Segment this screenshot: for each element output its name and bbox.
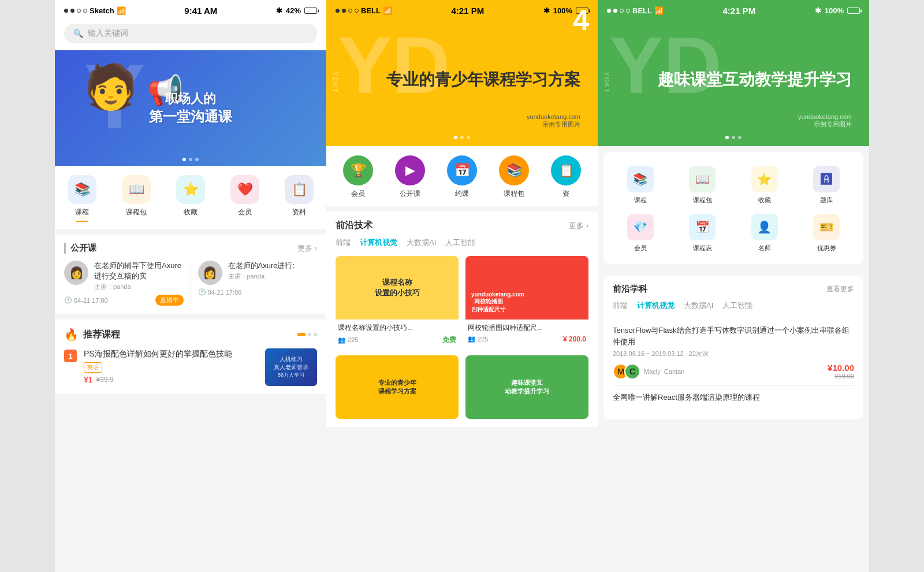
cg2-card-2[interactable]: yunduoketang.com 4 网校轮播图四种适配尺寸 网校轮播图四种适配… [465,256,588,348]
public-course-section: 公开课 更多 › 👩 在老师的辅导下使用Axure进行交互稿的实 主讲：pand… [55,235,326,314]
icon-label-data: 资料 [292,207,306,217]
status-left-1: Sketch 📶 [64,6,126,15]
icon3-member[interactable]: 💎 会员 [609,214,672,252]
icon-item-data[interactable]: 📋 资料 [272,175,326,222]
icon3-pkg[interactable]: 📖 课程包 [672,166,734,205]
tag2-frontend[interactable]: 前端 [336,237,351,248]
section-header-public: 公开课 更多 › [64,243,317,254]
icon3-teacher[interactable]: 👤 名师 [733,214,796,252]
tag3-bigdata[interactable]: 大数据AI [684,300,713,311]
course-grid-2: 课程名称设置的小技巧 课程名称设置的小技巧... 👥 225 免费 yunduo… [336,256,588,419]
course-card-1[interactable]: 👩 在老师的辅导下使用Axure进行交互稿的实 主讲：panda 🕐 04-21… [64,261,184,306]
avatars-1: M C Macly Cantan [613,363,684,380]
icon-item-collect[interactable]: ⭐ 收藏 [163,175,218,222]
status-bar-3: BELL 📶 4:21 PM ✱ 100% [598,0,869,19]
tag3-frontend[interactable]: 前端 [613,300,628,311]
banner2-dots [454,136,470,139]
time-1: 9:41 AM [184,6,217,16]
course3-item-2[interactable]: 全网唯一讲解React服务器端渲染原理的课程 [613,386,854,411]
course-card-2[interactable]: 👩 在老师的Axure进行: 主讲：panda 🕐 04-21 17:00 [198,261,318,306]
course-info-1: 在老师的辅导下使用Axure进行交互稿的实 主讲：panda [94,261,184,291]
icon2-public[interactable]: ▶ 公开课 [384,155,436,199]
front-tech-section: 前沿技术 更多 › 前端 计算机视觉 大数据AI 人工智能 课程名称设置的小技巧… [326,211,598,427]
tag2-ai[interactable]: 人工智能 [445,237,475,248]
rec-dot-3 [314,333,317,336]
icon3-label-member: 会员 [634,244,647,252]
carrier-1: Sketch [90,6,114,15]
cg2-card-3[interactable]: 专业的青少年课程学习方案 [336,355,459,419]
course-list: 👩 在老师的辅导下使用Axure进行交互稿的实 主讲：panda 🕐 04-21… [64,261,317,306]
battery-icon-1 [304,8,317,14]
icon2-member[interactable]: 🏆 会员 [332,155,384,199]
icon-grid-3: 📚 课程 📖 课程包 ⭐ 收藏 🅰 题库 💎 会员 📅 [603,152,863,264]
icon3-schedule[interactable]: 📅 课程表 [672,214,734,252]
icon3-coupon-bg: 🎫 [813,214,840,240]
price-new-1: ¥1 [84,375,93,384]
banner-dots-1 [182,158,199,161]
tag2-cv[interactable]: 计算机视觉 [360,237,397,248]
banner3-ydkt: YDKT [603,72,610,93]
icon-item-member[interactable]: ❤️ 会员 [218,175,272,222]
more-link-public[interactable]: 更多 › [297,243,317,254]
banner3-website: yunduoketang.com [798,113,852,120]
icon3-collect[interactable]: ⭐ 收藏 [733,166,796,205]
avatar-2: 👩 [198,261,222,285]
banner3-subtitle: 示例专用图片 [798,120,852,129]
search-input-1[interactable]: 🔍 输入关键词 [64,24,317,43]
cg2-price-1: 免费 [442,335,456,345]
search-placeholder-1: 输入关键词 [88,28,128,39]
avatar-sm-2: C [624,363,640,380]
banner-dot-3 [195,158,199,161]
icon2-schedule[interactable]: 📅 约课 [436,155,488,199]
tag-badge-1: 英语 [84,362,102,373]
banner3-dots [725,136,742,139]
cg2-card-4[interactable]: 趣味课堂互动教学提升学习 [465,355,588,419]
course3-meta-1: 2018.08.16 ~ 2019.03.12 · 22次课 [613,350,854,358]
course-footer-2: 🕐 04-21 17:00 [198,288,318,296]
section-title-public: 公开课 [64,243,96,254]
cg2-thumb-3: 专业的青少年课程学习方案 [336,355,459,419]
icon-member: ❤️ [230,175,259,204]
battery-icon-3 [847,8,860,14]
time-3: 4:21 PM [723,6,756,16]
course-time-2: 🕐 04-21 17:00 [198,288,242,296]
icon-collect: ⭐ [176,175,205,204]
icon3-course[interactable]: 📚 课程 [609,166,672,205]
banner-dot-1 [182,158,186,161]
course-info-2: 在老师的Axure进行: 主讲：panda [228,261,318,281]
icon2-data[interactable]: 📋 资 [540,155,592,199]
phone-screen-3: BELL 📶 4:21 PM ✱ 100% YDKT YD 趣味课堂互动教学提升… [598,0,869,572]
dot3 [77,9,81,13]
battery-pct-2: 100% [553,6,572,15]
cg2-stats-1: 👥 225 免费 [338,335,456,345]
time-2: 4:21 PM [452,6,485,16]
tag3-ai[interactable]: 人工智能 [722,300,752,311]
course3-item-1[interactable]: TensorFlow与Flask结合打造手写体数字识别通过一个小案例出串联各组件… [613,319,854,386]
see-more-link[interactable]: 查看更多 [826,284,854,294]
active-underline [76,221,88,222]
s3-dot1 [607,9,611,13]
icon3-quiz-bg: 🅰 [813,166,840,192]
icon-item-course[interactable]: 📚 课程 [55,175,109,222]
status-bar-2: BELL 📶 4:21 PM ✱ 100% [326,0,598,19]
icon3-label-quiz: 题库 [820,196,833,205]
icon3-quiz[interactable]: 🅰 题库 [796,166,858,205]
icon-course: 📚 [68,175,96,204]
status-left-3: BELL 📶 [607,6,664,15]
icon-item-pkg[interactable]: 📖 课程包 [109,175,163,222]
b3-dot-2 [732,136,735,139]
b2-dot-3 [467,136,470,139]
more-link-2[interactable]: 更多 › [569,221,588,231]
sec3-title: 前沿学科 [613,284,647,295]
cg2-info-2: 网校轮播图四种适配尺... 👥 225 ¥ 200.0 [465,320,588,347]
rec-dot-2 [308,333,311,336]
icon2-pkg[interactable]: 📚 课程包 [488,155,540,199]
rec-item-1[interactable]: 1 PS海报配色详解如何更好的掌握配色技能 英语 ¥1 ¥39.9 人机练习真人… [64,348,317,386]
front-subject-section: 前沿学科 查看更多 前端 计算机视觉 大数据AI 人工智能 TensorFlow… [603,276,863,419]
price3-col-1: ¥10.00 ¥10.00 [828,363,854,380]
tag2-bigdata[interactable]: 大数据AI [407,237,436,248]
banner3-text: 趣味课堂互动教学提升学习 [658,69,852,90]
tag3-cv[interactable]: 计算机视觉 [637,300,675,311]
cg2-card-1[interactable]: 课程名称设置的小技巧 课程名称设置的小技巧... 👥 225 免费 [336,256,459,348]
icon3-coupon[interactable]: 🎫 优惠券 [796,214,858,252]
